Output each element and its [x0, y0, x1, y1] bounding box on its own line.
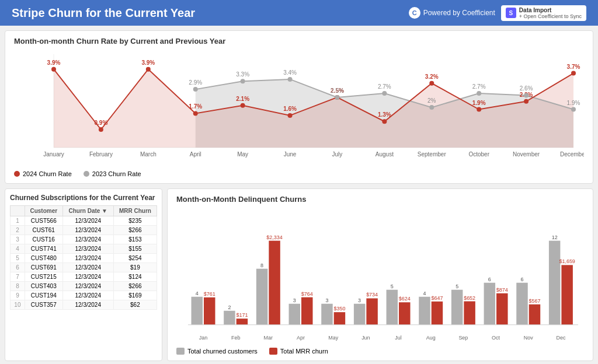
table-cell: $235 — [113, 216, 157, 226]
svg-point-38 — [193, 87, 198, 92]
svg-rect-113 — [561, 265, 572, 324]
svg-text:2.5%: 2.5% — [331, 88, 344, 94]
legend-2023-label: 2023 Churn Rate — [92, 170, 141, 177]
line-chart-container: JanuaryFebruaryMarchAprilMayJuneJulyAugu… — [14, 48, 584, 167]
svg-text:$2,334: $2,334 — [266, 235, 282, 240]
svg-rect-111 — [549, 241, 560, 325]
table-row: 4CUST74112/3/2024$155 — [11, 244, 157, 254]
header-right: C Powered by Coefficient S Data Import +… — [409, 5, 586, 21]
svg-text:$171: $171 — [236, 312, 248, 318]
svg-text:June: June — [284, 151, 297, 158]
svg-text:$734: $734 — [366, 292, 378, 298]
svg-text:1.6%: 1.6% — [283, 106, 297, 112]
svg-point-50 — [477, 91, 481, 96]
table-cell: CUST691 — [25, 263, 62, 272]
svg-text:0.9%: 0.9% — [95, 120, 108, 126]
svg-text:$652: $652 — [464, 295, 475, 301]
table-cell: 8 — [11, 282, 25, 291]
table-row: 10CUST35712/3/2024$62 — [11, 300, 157, 310]
svg-rect-71 — [289, 304, 300, 325]
table-cell: $169 — [113, 291, 157, 300]
svg-text:Dec: Dec — [556, 335, 565, 341]
svg-text:$647: $647 — [431, 295, 443, 301]
table-cell: 12/3/2024 — [62, 272, 113, 282]
svg-point-44 — [335, 95, 339, 100]
table-body: 1CUST56612/3/2024$2352CUST6112/3/2024$26… — [11, 216, 157, 310]
table-row: 1CUST56612/3/2024$235 — [11, 216, 157, 226]
legend-red-bar: Total MRR churn — [269, 348, 328, 355]
table-section: Churned Subscriptions for the Current Ye… — [5, 188, 162, 361]
svg-rect-56 — [192, 297, 203, 325]
svg-text:3.9%: 3.9% — [141, 60, 155, 66]
svg-point-52 — [524, 93, 529, 97]
svg-point-42 — [288, 77, 293, 82]
svg-text:Sep: Sep — [458, 335, 468, 341]
table-cell: 5 — [11, 254, 25, 263]
legend-gray-icon — [176, 348, 185, 355]
svg-point-22 — [241, 103, 245, 108]
svg-rect-103 — [496, 293, 507, 325]
svg-text:2: 2 — [228, 304, 231, 310]
svg-text:$874: $874 — [496, 287, 508, 293]
coefficient-logo: C Powered by Coefficient — [409, 7, 495, 19]
svg-text:Jul: Jul — [395, 335, 401, 341]
svg-text:August: August — [376, 151, 394, 158]
svg-text:3: 3 — [325, 298, 328, 303]
stripe-badge: S Data Import + Open Coefficient to Sync — [501, 5, 586, 21]
svg-point-18 — [146, 67, 151, 72]
svg-rect-81 — [354, 304, 365, 325]
table-row: 7CUST21512/3/2024$124 — [11, 272, 157, 282]
svg-text:May: May — [237, 151, 248, 158]
legend-2023: 2023 Churn Rate — [84, 170, 141, 177]
svg-point-16 — [99, 127, 103, 132]
churn-table: Customer Churn Date ▼ MRR Churn 1CUST566… — [10, 205, 157, 310]
table-cell: CUST403 — [25, 282, 62, 291]
svg-text:$350: $350 — [333, 306, 345, 312]
svg-rect-76 — [321, 304, 332, 325]
svg-text:5: 5 — [456, 284, 458, 289]
table-cell: 9 — [11, 291, 25, 300]
svg-text:3: 3 — [358, 298, 361, 303]
svg-text:July: July — [332, 151, 343, 158]
svg-rect-101 — [484, 283, 495, 325]
table-cell: $124 — [113, 272, 157, 282]
svg-text:3.4%: 3.4% — [283, 69, 297, 76]
table-row: 2CUST6112/3/2024$266 — [11, 226, 157, 235]
bottom-section: Churned Subscriptions for the Current Ye… — [5, 188, 593, 361]
svg-rect-98 — [464, 302, 475, 325]
bar-chart-section: Month-on-Month Delinquent Churns 4$761Ja… — [167, 188, 593, 361]
table-header-row: Customer Churn Date ▼ MRR Churn — [11, 206, 157, 216]
top-chart-title: Month-on-month Churn Rate by Current and… — [14, 37, 584, 46]
svg-text:2.1%: 2.1% — [236, 96, 249, 102]
powered-by-label: Powered by Coefficient — [423, 9, 495, 17]
table-cell: 12/3/2024 — [62, 254, 113, 263]
svg-rect-73 — [301, 298, 312, 325]
svg-text:Mar: Mar — [264, 335, 273, 341]
table-cell: $153 — [113, 235, 157, 244]
svg-text:$764: $764 — [301, 291, 313, 297]
svg-text:3.2%: 3.2% — [425, 74, 439, 80]
svg-text:6: 6 — [520, 276, 523, 282]
svg-text:February: February — [89, 151, 113, 158]
svg-text:8: 8 — [260, 262, 263, 268]
svg-text:Nov: Nov — [524, 335, 533, 341]
svg-text:$624: $624 — [399, 296, 411, 302]
svg-text:Oct: Oct — [492, 335, 500, 341]
table-cell: $62 — [113, 300, 157, 310]
table-cell: CUST357 — [25, 300, 62, 310]
svg-text:October: October — [468, 151, 489, 158]
svg-text:1.9%: 1.9% — [567, 100, 580, 106]
chart-legend: 2024 Churn Rate 2023 Churn Rate — [14, 170, 584, 177]
main-content: Month-on-month Churn Rate by Current and… — [0, 26, 598, 364]
svg-rect-61 — [224, 311, 235, 325]
table-cell: 2 — [11, 226, 25, 235]
svg-text:$567: $567 — [529, 298, 540, 304]
table-cell: CUST61 — [25, 226, 62, 235]
stripe-icon: S — [506, 8, 516, 18]
bar-chart-svg: 4$761Jan2$171Feb8$2,334Mar3$764Apr3$350M… — [176, 208, 584, 342]
table-cell: 12/3/2024 — [62, 226, 113, 235]
coefficient-icon: C — [409, 7, 420, 19]
svg-point-32 — [477, 107, 481, 112]
table-cell: $266 — [113, 282, 157, 291]
table-cell: CUST480 — [25, 254, 62, 263]
